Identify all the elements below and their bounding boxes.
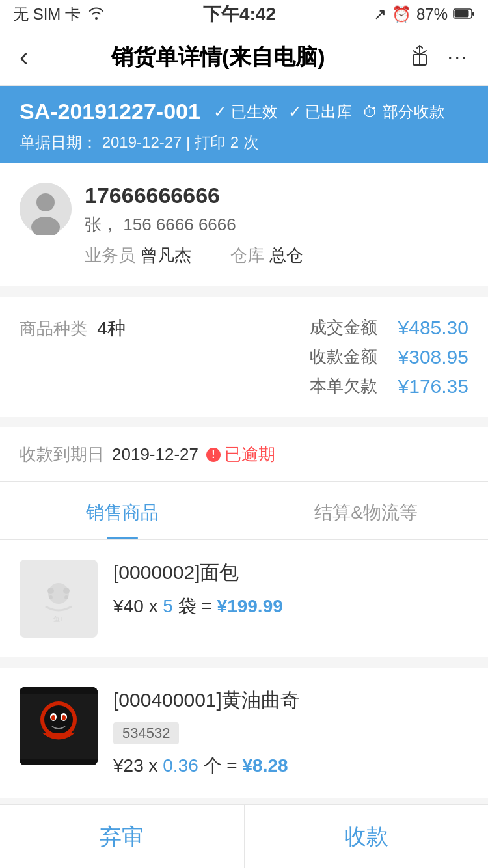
- amounts: 成交金额 ¥485.30 收款金额 ¥308.95 本单欠款 ¥176.35: [310, 316, 468, 398]
- tab-settlement-logistics[interactable]: 结算&物流等: [244, 482, 488, 539]
- list-item: 鱼+ [0000002]面包 ¥40 x 5 袋 = ¥199.99: [0, 540, 488, 657]
- order-date: 单据日期： 2019-12-27 | 打印 2 次: [20, 132, 468, 153]
- wifi-icon: [87, 5, 105, 23]
- share-icon[interactable]: [408, 43, 431, 71]
- svg-rect-20: [20, 687, 98, 694]
- status-left: 无 SIM 卡: [13, 4, 105, 25]
- tag-partial-payment: ⏱ 部分收款: [362, 102, 445, 122]
- status-right: ↗ ⏰ 87%: [373, 5, 475, 23]
- deal-amount-label: 成交金额: [310, 316, 377, 339]
- svg-point-10: [49, 595, 53, 599]
- back-button[interactable]: ‹: [20, 42, 28, 72]
- list-item: [000400001]黄油曲奇 534532 ¥23 x 0.36 个 = ¥8…: [0, 668, 488, 798]
- product-type: 商品种类 4种: [20, 316, 126, 341]
- order-tags: ✓ 已生效 ✓ 已出库 ⏱ 部分收款: [213, 102, 445, 122]
- customer-meta: 业务员 曾凡杰 仓库 总仓: [85, 244, 468, 267]
- svg-text:鱼+: 鱼+: [53, 616, 64, 623]
- product-type-value: 4种: [97, 318, 126, 338]
- product-tabs: 销售商品 结算&物流等: [0, 482, 488, 540]
- svg-point-15: [44, 705, 73, 734]
- product-total-2: ¥8.28: [242, 755, 288, 776]
- product-qty-2: 0.36: [163, 755, 198, 776]
- svg-point-11: [64, 595, 68, 599]
- debt-label: 本单欠款: [310, 375, 377, 398]
- collect-payment-button[interactable]: 收款: [245, 805, 489, 868]
- customer-info: 17666666666 张， 156 6666 6666 业务员 曾凡杰 仓库 …: [85, 183, 468, 267]
- due-date-section: 收款到期日 2019-12-27 ! 已逾期: [0, 427, 488, 482]
- deal-amount-row: 成交金额 ¥485.30: [310, 316, 468, 339]
- tag-effective: ✓ 已生效: [213, 102, 278, 122]
- svg-point-9: [63, 588, 70, 594]
- svg-point-5: [36, 193, 55, 211]
- summary-section: 商品种类 4种 成交金额 ¥485.30 收款金额 ¥308.95 本单欠款 ¥…: [0, 297, 488, 417]
- received-amount-value: ¥308.95: [390, 346, 468, 368]
- customer-id: 17666666666: [85, 183, 468, 208]
- svg-point-8: [47, 588, 54, 594]
- customer-phone: 张， 156 6666 6666: [85, 213, 468, 236]
- date-value: 2019-12-27: [102, 133, 182, 151]
- date-label: 单据日期：: [20, 133, 98, 151]
- due-date-value: 2019-12-27: [112, 444, 198, 465]
- status-time: 下午4:42: [203, 2, 276, 27]
- bottom-action-bar: 弃审 收款: [0, 804, 488, 868]
- debt-value: ¥176.35: [390, 375, 468, 398]
- order-id: SA-20191227-001: [20, 99, 200, 124]
- product-info-2: [000400001]黄油曲奇 534532 ¥23 x 0.36 个 = ¥8…: [113, 687, 468, 778]
- nav-bar: ‹ 销货单详情(来自电脑) ···: [0, 29, 488, 86]
- sales-rep-value: 曾凡杰: [141, 244, 191, 267]
- debt-row: 本单欠款 ¥176.35: [310, 375, 468, 398]
- product-total-1: ¥199.99: [217, 596, 283, 616]
- customer-section: 17666666666 张， 156 6666 6666 业务员 曾凡杰 仓库 …: [0, 163, 488, 286]
- svg-point-18: [51, 715, 55, 720]
- page-title: 销货单详情(来自电脑): [111, 42, 325, 72]
- due-date-label: 收款到期日: [20, 443, 104, 466]
- overdue-icon: !: [206, 448, 221, 462]
- product-thumbnail-1: 鱼+: [20, 560, 98, 638]
- sales-rep-label: 业务员: [85, 244, 135, 267]
- svg-rect-21: [20, 759, 98, 765]
- received-amount-row: 收款金额 ¥308.95: [310, 346, 468, 368]
- product-thumbnail-2: [20, 687, 98, 765]
- alarm-icon: ⏰: [392, 5, 411, 23]
- product-type-label: 商品种类: [20, 319, 87, 338]
- battery-level: 87%: [416, 5, 448, 23]
- svg-point-19: [62, 715, 66, 720]
- location-icon: ↗: [373, 5, 386, 23]
- svg-rect-2: [472, 12, 474, 16]
- tag-shipped: ✓ 已出库: [288, 102, 353, 122]
- deal-amount-value: ¥485.30: [390, 317, 468, 339]
- products-list: 鱼+ [0000002]面包 ¥40 x 5 袋 = ¥199.99: [0, 540, 488, 798]
- received-amount-label: 收款金额: [310, 346, 377, 368]
- warehouse-value: 总仓: [269, 244, 303, 267]
- product-name-1: [0000002]面包: [113, 560, 468, 586]
- print-info: 打印 2 次: [195, 133, 259, 151]
- product-qty-1: 5: [163, 596, 173, 616]
- tab-sales-products[interactable]: 销售商品: [0, 482, 244, 539]
- header-banner: SA-20191227-001 ✓ 已生效 ✓ 已出库 ⏱ 部分收款 单据日期：…: [0, 86, 488, 163]
- svg-rect-1: [454, 10, 468, 18]
- warehouse: 仓库 总仓: [230, 244, 303, 267]
- cancel-review-button[interactable]: 弃审: [0, 805, 245, 868]
- warehouse-label: 仓库: [230, 244, 264, 267]
- product-price-1: ¥40 x 5 袋 = ¥199.99: [113, 594, 468, 619]
- nav-actions: ···: [408, 43, 468, 71]
- product-name-2: [000400001]黄油曲奇: [113, 687, 468, 714]
- product-info-1: [0000002]面包 ¥40 x 5 袋 = ¥199.99: [113, 560, 468, 619]
- more-icon[interactable]: ···: [447, 45, 468, 69]
- sales-rep: 业务员 曾凡杰: [85, 244, 191, 267]
- product-price-2: ¥23 x 0.36 个 = ¥8.28: [113, 753, 468, 778]
- overdue-text: 已逾期: [224, 443, 275, 466]
- separator: |: [186, 133, 195, 151]
- product-badge-2: 534532: [113, 722, 179, 744]
- battery-icon: [453, 5, 475, 23]
- status-bar: 无 SIM 卡 下午4:42 ↗ ⏰ 87%: [0, 0, 488, 29]
- avatar: [20, 183, 72, 235]
- carrier-label: 无 SIM 卡: [13, 4, 81, 25]
- overdue-badge: ! 已逾期: [206, 443, 275, 466]
